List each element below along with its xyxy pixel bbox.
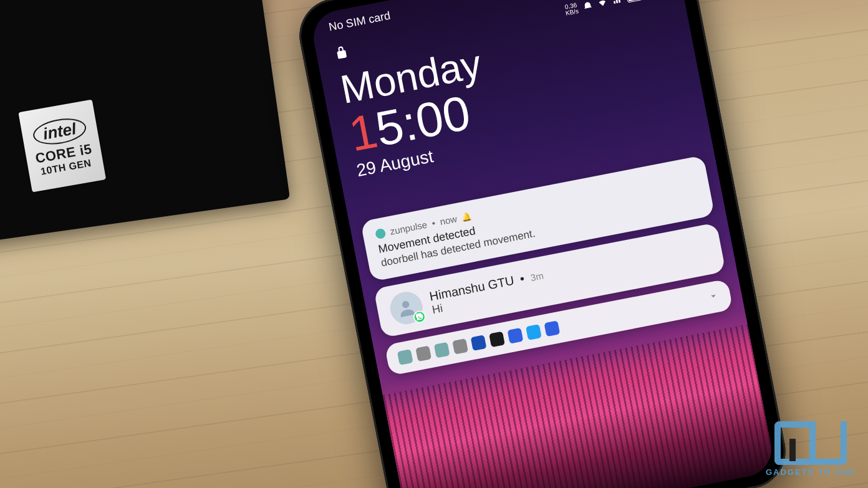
zunpulse-app-icon — [375, 227, 387, 239]
alarm-icon — [582, 0, 594, 13]
watermark-logo: GADGETS TO USE — [766, 421, 856, 477]
svg-point-0 — [402, 300, 410, 309]
message-time: 3m — [529, 270, 544, 283]
app-icon-4 — [452, 338, 468, 355]
phone-icon-2 — [544, 320, 560, 337]
mail-icon — [471, 335, 487, 351]
data-speed-indicator: 0.36 KB/s — [564, 2, 579, 17]
phone-icon-1 — [508, 328, 524, 344]
app-icon-3 — [434, 342, 450, 358]
wifi-icon — [597, 0, 609, 10]
chevron-down-icon[interactable] — [707, 289, 721, 305]
bell-icon: 🔔 — [461, 211, 473, 222]
intel-sticker: intel CORE i5 10TH GEN — [18, 100, 106, 193]
avatar — [387, 289, 425, 327]
notification-time: now — [439, 213, 458, 227]
lock-icon — [333, 44, 351, 64]
battery-icon — [626, 0, 644, 2]
app-icon-1 — [397, 349, 413, 365]
twitter-icon — [526, 324, 542, 340]
lockscreen-clock: Monday 15:00 29 August — [337, 44, 498, 181]
sim-status: No SIM card — [328, 9, 392, 34]
signal-icon — [611, 0, 623, 7]
watermark-text: GADGETS TO USE — [766, 467, 856, 477]
app-icon-5 — [489, 332, 505, 348]
app-icon-2 — [415, 345, 432, 361]
